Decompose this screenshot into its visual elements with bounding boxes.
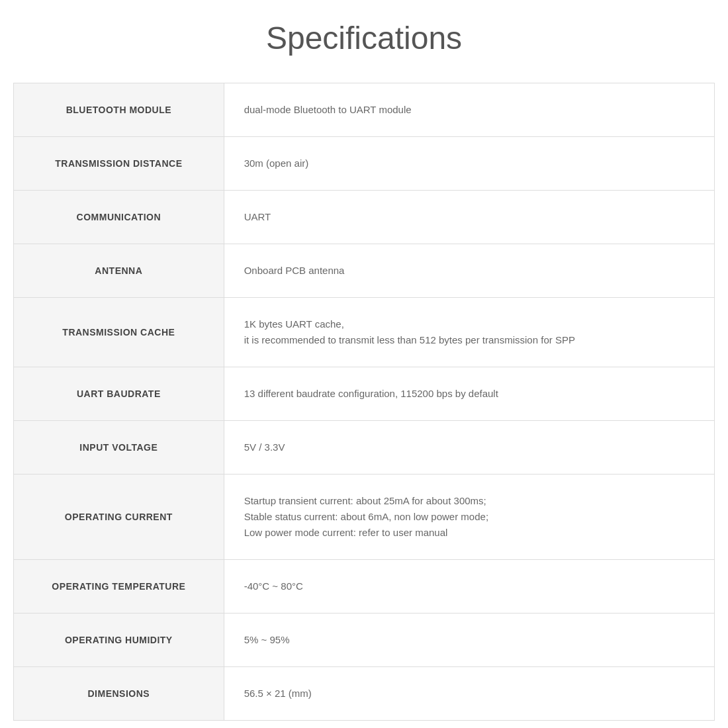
spec-value: Onboard PCB antenna bbox=[224, 244, 714, 298]
table-row: TRANSMISSION CACHE1K bytes UART cache,it… bbox=[14, 298, 715, 367]
spec-label: DIMENSIONS bbox=[14, 667, 224, 721]
table-row: TRANSMISSION DISTANCE30m (open air) bbox=[14, 137, 715, 191]
table-row: COMMUNICATIONUART bbox=[14, 191, 715, 244]
spec-label: BLUETOOTH MODULE bbox=[14, 83, 224, 137]
table-row: OPERATING TEMPERATURE-40°C ~ 80°C bbox=[14, 560, 715, 614]
page-container: Specifications BLUETOOTH MODULEdual-mode… bbox=[0, 0, 728, 728]
spec-value: 1K bytes UART cache,it is recommended to… bbox=[224, 298, 714, 367]
page-title: Specifications bbox=[13, 0, 715, 83]
table-row: UART BAUDRATE13 different baudrate confi… bbox=[14, 367, 715, 421]
spec-value: 30m (open air) bbox=[224, 137, 714, 191]
spec-label: ANTENNA bbox=[14, 244, 224, 298]
spec-value: dual-mode Bluetooth to UART module bbox=[224, 83, 714, 137]
spec-label: COMMUNICATION bbox=[14, 191, 224, 244]
table-row: BLUETOOTH MODULEdual-mode Bluetooth to U… bbox=[14, 83, 715, 137]
spec-label: OPERATING HUMIDITY bbox=[14, 614, 224, 667]
spec-label: OPERATING CURRENT bbox=[14, 475, 224, 560]
specs-table: BLUETOOTH MODULEdual-mode Bluetooth to U… bbox=[13, 83, 715, 721]
spec-label: TRANSMISSION CACHE bbox=[14, 298, 224, 367]
spec-label: INPUT VOLTAGE bbox=[14, 421, 224, 475]
table-row: INPUT VOLTAGE5V / 3.3V bbox=[14, 421, 715, 475]
spec-label: OPERATING TEMPERATURE bbox=[14, 560, 224, 614]
spec-value: 56.5 × 21 (mm) bbox=[224, 667, 714, 721]
spec-value: 13 different baudrate configuration, 115… bbox=[224, 367, 714, 421]
table-row: ANTENNAOnboard PCB antenna bbox=[14, 244, 715, 298]
spec-value: -40°C ~ 80°C bbox=[224, 560, 714, 614]
spec-value: UART bbox=[224, 191, 714, 244]
spec-value: Startup transient current: about 25mA fo… bbox=[224, 475, 714, 560]
table-row: OPERATING HUMIDITY5% ~ 95% bbox=[14, 614, 715, 667]
table-row: DIMENSIONS56.5 × 21 (mm) bbox=[14, 667, 715, 721]
spec-label: TRANSMISSION DISTANCE bbox=[14, 137, 224, 191]
table-row: OPERATING CURRENTStartup transient curre… bbox=[14, 475, 715, 560]
spec-label: UART BAUDRATE bbox=[14, 367, 224, 421]
spec-value: 5V / 3.3V bbox=[224, 421, 714, 475]
spec-value: 5% ~ 95% bbox=[224, 614, 714, 667]
